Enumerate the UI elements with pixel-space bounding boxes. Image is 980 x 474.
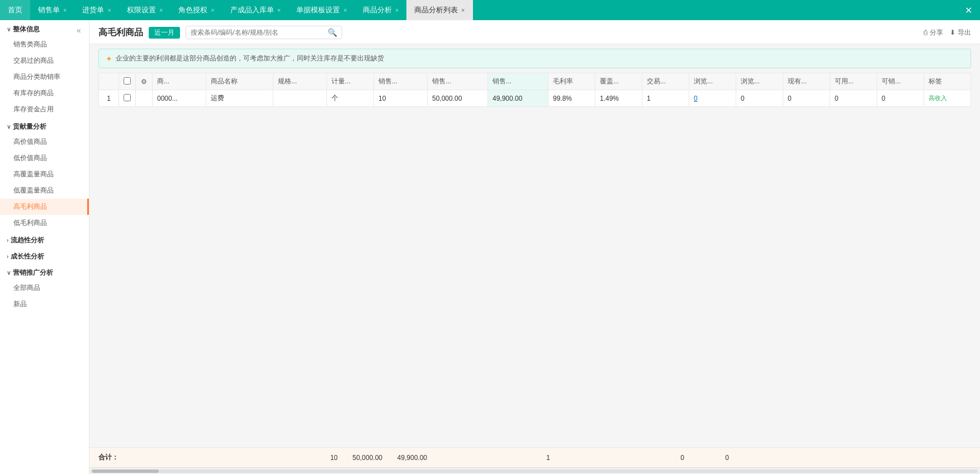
- footer-cell-spacer2: [432, 454, 510, 462]
- nav-tab-analysis-list[interactable]: 商品分析列表 ×: [406, 0, 472, 20]
- close-icon[interactable]: ×: [107, 7, 111, 13]
- sidebar-section-contribution[interactable]: ∨ 贡献量分析: [0, 118, 89, 134]
- col-header-sales-profit[interactable]: 销售...: [488, 73, 548, 90]
- cell-code: 0000...: [153, 90, 206, 107]
- footer-cell-browse1: [555, 454, 599, 462]
- close-icon[interactable]: ×: [343, 7, 347, 13]
- chevron-right-icon: ›: [7, 237, 8, 243]
- chevron-down-icon: ∨: [7, 124, 11, 130]
- col-header-browse1[interactable]: 浏览...: [689, 73, 736, 90]
- col-header-spec[interactable]: 规格...: [273, 73, 327, 90]
- cell-browse1[interactable]: 0: [689, 90, 736, 107]
- sidebar-item-in-stock[interactable]: 有库存的商品: [0, 85, 89, 101]
- nav-tab-permission[interactable]: 权限设置 ×: [119, 0, 171, 20]
- footer-total-bar: 合计： 10 50,000.00 49,900.00 1 0 0: [89, 447, 980, 467]
- sidebar-item-category-rate[interactable]: 商品分类助销率: [0, 69, 89, 85]
- chevron-down-icon: ∨: [7, 270, 11, 276]
- sidebar-item-stock-capital[interactable]: 库存资金占用: [0, 101, 89, 118]
- close-icon[interactable]: ×: [159, 7, 163, 13]
- share-button[interactable]: ⎙ 分享: [924, 28, 943, 37]
- info-icon: ✦: [106, 54, 112, 63]
- col-header-no: [99, 73, 119, 90]
- col-header-coverage[interactable]: 覆盖...: [595, 73, 642, 90]
- page-title: 高毛利商品: [98, 27, 143, 39]
- table-wrapper[interactable]: ⚙ 商... 商品名称 规格... 计量...: [89, 73, 980, 447]
- cell-unit: 个: [327, 90, 374, 107]
- sidebar-item-high-value[interactable]: 高价值商品: [0, 134, 89, 150]
- window-close-button[interactable]: ✕: [957, 0, 980, 20]
- sidebar-section-growth[interactable]: › 成长性分析: [0, 247, 89, 264]
- info-banner: ✦ 企业的主要的利润都是这部分商品创造的，可考虑加大推广，同时关注库存是不要出现…: [98, 49, 971, 68]
- sidebar-section-marketing[interactable]: ∨ 营销推广分析: [0, 264, 89, 280]
- col-header-sales-amt[interactable]: 销售...: [428, 73, 488, 90]
- col-header-sales-qty[interactable]: 销售...: [374, 73, 428, 90]
- close-icon[interactable]: ×: [211, 7, 214, 13]
- footer-cell-current: 0: [644, 454, 689, 462]
- sidebar-item-high-coverage[interactable]: 高覆盖量商品: [0, 166, 89, 182]
- table-row[interactable]: 1 0000... 运费 个 10 50,000.00 49,900.00 99…: [99, 90, 971, 107]
- col-header-tag[interactable]: 标签: [924, 73, 971, 90]
- close-icon[interactable]: ×: [63, 7, 67, 13]
- horizontal-scrollbar[interactable]: [89, 467, 980, 474]
- row-checkbox[interactable]: [124, 94, 131, 101]
- nav-tab-role[interactable]: 角色授权 ×: [171, 0, 222, 20]
- col-header-current[interactable]: 现有...: [783, 73, 830, 90]
- col-header-settings[interactable]: ⚙: [136, 73, 153, 90]
- col-header-gross-rate[interactable]: 毛利率: [548, 73, 595, 90]
- cell-no: 1: [99, 90, 119, 107]
- col-header-code[interactable]: 商...: [153, 73, 206, 90]
- period-button[interactable]: 近一月: [149, 27, 180, 39]
- close-icon[interactable]: ×: [461, 7, 465, 13]
- cell-settings: [136, 90, 153, 107]
- cell-check[interactable]: [119, 90, 136, 107]
- nav-tab-purchase[interactable]: 进货单 ×: [74, 0, 119, 20]
- nav-tab-product-inbound[interactable]: 产成品入库单 ×: [222, 0, 288, 20]
- scroll-track[interactable]: [92, 470, 978, 473]
- cell-spec: [273, 90, 327, 107]
- cell-available: 0: [830, 90, 877, 107]
- scroll-thumb[interactable]: [92, 470, 159, 473]
- nav-tab-analysis[interactable]: 商品分析 ×: [355, 0, 406, 20]
- sidebar: « ∨ 整体信息 销售类商品 交易过的商品 商品分类助销率 有库存的商品 库存资…: [0, 20, 89, 474]
- sidebar-item-new-goods[interactable]: 新品: [0, 296, 89, 312]
- sidebar-item-all-goods[interactable]: 全部商品: [0, 280, 89, 296]
- col-header-trade[interactable]: 交易...: [642, 73, 689, 90]
- select-all-checkbox[interactable]: [124, 77, 131, 85]
- sidebar-item-sales-goods[interactable]: 销售类商品: [0, 36, 89, 53]
- sidebar-collapse-button[interactable]: «: [73, 25, 84, 36]
- search-icon[interactable]: 🔍: [328, 28, 337, 37]
- col-header-saleable[interactable]: 可销...: [877, 73, 924, 90]
- nav-tab-template[interactable]: 单据模板设置 ×: [288, 0, 354, 20]
- sidebar-item-low-value[interactable]: 低价值商品: [0, 150, 89, 166]
- close-icon[interactable]: ×: [395, 7, 399, 13]
- sidebar-item-high-margin[interactable]: 高毛利商品: [0, 199, 89, 215]
- footer-cells: 10 50,000.00 49,900.00 1 0 0: [130, 454, 733, 462]
- col-header-name[interactable]: 商品名称: [206, 73, 273, 90]
- nav-tab-home[interactable]: 首页: [0, 0, 30, 20]
- sidebar-item-low-margin[interactable]: 低毛利商品: [0, 215, 89, 231]
- sidebar-item-traded-goods[interactable]: 交易过的商品: [0, 53, 89, 69]
- export-icon: ⬇: [950, 29, 955, 36]
- cell-name: 运费: [206, 90, 273, 107]
- sidebar-item-low-coverage[interactable]: 低覆盖量商品: [0, 182, 89, 199]
- cell-trade: 1: [642, 90, 689, 107]
- content-header: 高毛利商品 近一月 🔍 ⎙ 分享 ⬇ 导出: [89, 20, 980, 44]
- cell-current: 0: [783, 90, 830, 107]
- search-input[interactable]: [191, 29, 328, 36]
- cell-coverage: 1.49%: [595, 90, 642, 107]
- col-header-check[interactable]: [119, 73, 136, 90]
- footer-label: 合计：: [98, 453, 119, 462]
- col-header-unit[interactable]: 计量...: [327, 73, 374, 90]
- close-icon[interactable]: ×: [277, 7, 281, 13]
- search-box[interactable]: 🔍: [186, 26, 342, 39]
- cell-sales-qty: 10: [374, 90, 428, 107]
- export-button[interactable]: ⬇ 导出: [950, 28, 971, 37]
- chevron-right-icon: ›: [7, 254, 8, 260]
- nav-tab-sales[interactable]: 销售单 ×: [30, 0, 74, 20]
- cell-sales-amt: 50,000.00: [428, 90, 488, 107]
- col-header-available[interactable]: 可用...: [830, 73, 877, 90]
- footer-cell-sales-amt: 50,000.00: [342, 454, 387, 462]
- col-header-browse2[interactable]: 浏览...: [736, 73, 783, 90]
- sidebar-section-flow[interactable]: › 流趋性分析: [0, 231, 89, 247]
- cell-tag: 高收入: [924, 90, 971, 107]
